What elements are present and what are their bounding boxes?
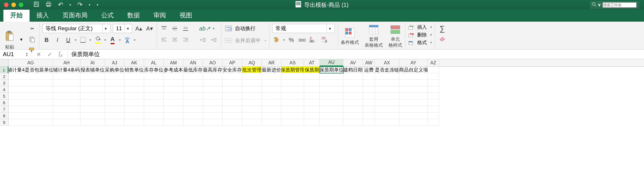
increase-decimal-button[interactable]: .0.00←: [309, 35, 317, 44]
row-header[interactable]: 9: [0, 119, 9, 126]
cell[interactable]: [320, 93, 343, 99]
cell[interactable]: [375, 99, 399, 106]
cell[interactable]: [203, 80, 223, 86]
column-header-AI[interactable]: AI: [80, 59, 105, 66]
cell[interactable]: [399, 93, 428, 99]
row-header[interactable]: 1: [0, 67, 9, 73]
cell[interactable]: 销售单位: [124, 67, 144, 73]
cell[interactable]: [223, 93, 242, 99]
cell[interactable]: [262, 80, 281, 86]
cell[interactable]: [164, 93, 183, 99]
cell[interactable]: [164, 80, 183, 86]
decrease-font-button[interactable]: A▾: [145, 24, 154, 33]
column-header-AS[interactable]: AS: [281, 59, 304, 66]
cell[interactable]: [281, 93, 304, 99]
fill-color-button[interactable]: [94, 35, 102, 44]
decrease-indent-button[interactable]: [199, 35, 207, 44]
column-header-AZ[interactable]: AZ: [428, 59, 439, 66]
conditional-formatting-button[interactable]: 条件格式: [341, 27, 359, 46]
cell[interactable]: [144, 112, 164, 119]
chevron-down-icon[interactable]: ▾: [124, 24, 131, 33]
chevron-down-icon[interactable]: ▾: [102, 24, 109, 33]
print-icon[interactable]: [45, 1, 52, 9]
cell[interactable]: [144, 99, 164, 106]
tab-formulas[interactable]: 公式: [94, 9, 121, 22]
cell[interactable]: [144, 73, 164, 80]
cell[interactable]: [363, 86, 375, 93]
cell[interactable]: [223, 99, 242, 106]
cell[interactable]: [262, 119, 281, 126]
cell[interactable]: 批次管理: [242, 67, 262, 73]
cell[interactable]: [183, 80, 203, 86]
cell[interactable]: [105, 106, 124, 112]
cell[interactable]: [53, 73, 80, 80]
cell[interactable]: [124, 93, 144, 99]
cell[interactable]: [80, 99, 105, 106]
align-left-button[interactable]: [160, 35, 168, 44]
cell[interactable]: [304, 119, 320, 126]
cell[interactable]: [183, 99, 203, 106]
cell[interactable]: 参考成本: [164, 67, 183, 73]
column-header-AU[interactable]: AU: [320, 59, 343, 66]
enter-formula-button[interactable]: ✓: [47, 51, 52, 58]
column-header-AR[interactable]: AR: [262, 59, 281, 66]
search-input[interactable]: [603, 2, 637, 8]
cell[interactable]: [262, 93, 281, 99]
cell[interactable]: [53, 119, 80, 126]
tab-review[interactable]: 审阅: [147, 9, 173, 22]
cell[interactable]: 辅计量4条码: [53, 67, 80, 73]
cell[interactable]: [223, 86, 242, 93]
column-header-AG[interactable]: AG: [9, 59, 53, 66]
cell[interactable]: [320, 112, 343, 119]
number-format-input[interactable]: [273, 25, 327, 32]
cell[interactable]: [124, 73, 144, 80]
cell[interactable]: [105, 99, 124, 106]
cell[interactable]: [9, 119, 53, 126]
cell[interactable]: [281, 73, 304, 80]
underline-button[interactable]: U: [64, 35, 72, 44]
undo-icon[interactable]: ↶: [58, 1, 63, 9]
cell[interactable]: [262, 106, 281, 112]
cell[interactable]: [105, 93, 124, 99]
cell[interactable]: [262, 73, 281, 80]
cell[interactable]: [124, 119, 144, 126]
cell[interactable]: [105, 73, 124, 80]
select-all-corner[interactable]: [0, 59, 9, 66]
increase-font-button[interactable]: A▴: [134, 24, 143, 33]
paste-button[interactable]: [5, 29, 15, 43]
cell[interactable]: [203, 73, 223, 80]
cell[interactable]: [399, 99, 428, 106]
save-icon[interactable]: [34, 1, 39, 9]
cell[interactable]: [144, 119, 164, 126]
cell[interactable]: [9, 106, 53, 112]
cell[interactable]: [320, 99, 343, 106]
font-color-button[interactable]: A: [108, 35, 117, 44]
fill-dropdown[interactable]: ▾: [104, 38, 106, 42]
cell[interactable]: [124, 106, 144, 112]
cell[interactable]: [242, 106, 262, 112]
cell[interactable]: 保质期管理: [281, 67, 304, 73]
wrap-text-button[interactable]: [224, 24, 233, 33]
cell[interactable]: [281, 86, 304, 93]
copy-button[interactable]: [28, 35, 36, 44]
delete-cells-button[interactable]: 删除▾: [408, 32, 432, 38]
cell[interactable]: [428, 73, 439, 80]
cell[interactable]: [262, 99, 281, 106]
cell[interactable]: [320, 106, 343, 112]
name-box[interactable]: AU1 ▲▼: [0, 51, 31, 58]
row-header[interactable]: 6: [0, 99, 9, 106]
cell[interactable]: [242, 112, 262, 119]
align-right-button[interactable]: [181, 35, 190, 44]
cell[interactable]: [53, 106, 80, 112]
cell[interactable]: [223, 119, 242, 126]
cell[interactable]: [320, 86, 343, 93]
border-button[interactable]: [79, 35, 87, 44]
cell[interactable]: [242, 86, 262, 93]
cell[interactable]: [164, 106, 183, 112]
cell[interactable]: [281, 106, 304, 112]
minimize-window-button[interactable]: [11, 3, 16, 7]
align-bottom-button[interactable]: [181, 24, 190, 33]
cell[interactable]: [183, 86, 203, 93]
cell[interactable]: [9, 93, 53, 99]
font-size-input[interactable]: [113, 25, 124, 32]
